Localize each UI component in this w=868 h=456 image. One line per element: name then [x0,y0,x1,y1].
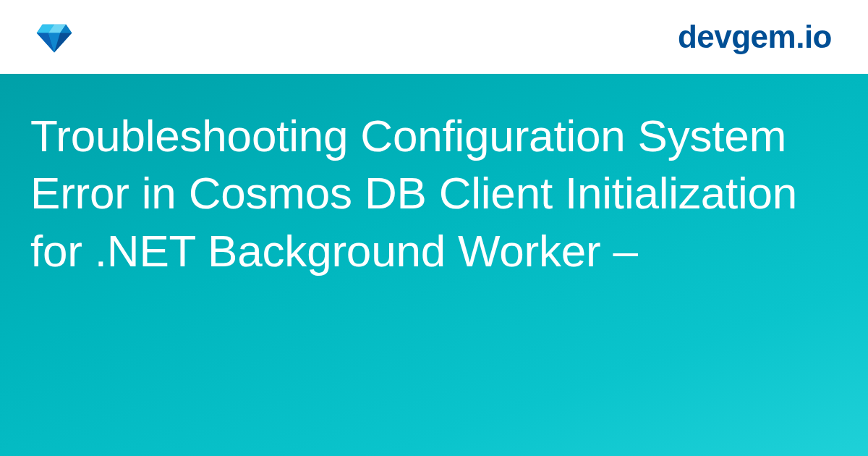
page-title: Troubleshooting Configuration System Err… [30,107,838,279]
header: devgem.io [0,0,868,74]
hero-panel: Troubleshooting Configuration System Err… [0,74,868,456]
social-card: devgem.io Troubleshooting Configuration … [0,0,868,456]
gem-icon [35,17,74,56]
site-logo [35,17,74,56]
brand-wordmark: devgem.io [678,21,832,53]
